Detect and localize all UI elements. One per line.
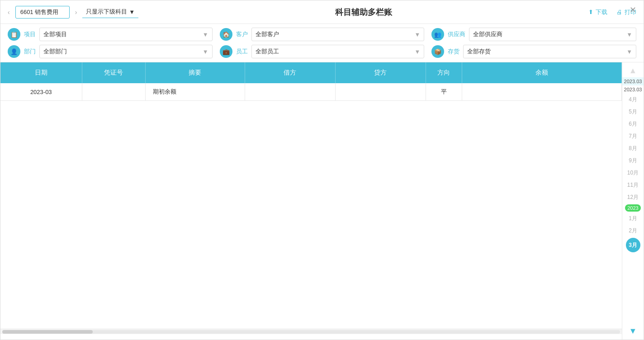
customer-icon: 🏠 (220, 28, 232, 41)
filter-group-project: 📋 项目 全部项目 ▼ (8, 28, 213, 41)
supplier-arrow-icon: ▼ (626, 31, 632, 38)
horizontal-scrollbar[interactable] (0, 329, 622, 334)
col-balance: 余额 (462, 62, 622, 83)
page-title: 科目辅助多栏账 (144, 7, 583, 18)
sidebar-month-9[interactable]: 9月 (622, 155, 644, 167)
col-debit: 借方 (245, 62, 335, 83)
download-label: 下载 (596, 8, 607, 16)
show-sub-arrow-icon: ▼ (129, 9, 135, 15)
sidebar-month-3-active[interactable]: 3月 (626, 238, 640, 252)
col-credit: 贷方 (335, 62, 426, 83)
sidebar-month-10[interactable]: 10月 (622, 167, 644, 179)
table-header-row: 日期 凭证号 摘要 借方 贷方 方向 余额 (0, 62, 622, 83)
main-table-area: 日期 凭证号 摘要 借方 贷方 方向 余额 2023-03 期初余额 (0, 62, 622, 340)
download-button[interactable]: ⬆ 下载 (588, 8, 607, 16)
download-icon: ⬆ (588, 9, 593, 15)
cell-credit (335, 83, 426, 101)
filter-group-customer: 🏠 客户 全部客户 ▼ (220, 28, 425, 41)
project-icon: 📋 (8, 28, 20, 41)
employee-icon: 💼 (220, 45, 232, 58)
dept-select[interactable]: 全部部门 ▼ (39, 45, 213, 58)
table-row: 2023-03 期初余额 平 (0, 83, 622, 101)
dept-arrow-icon: ▼ (203, 48, 208, 55)
employee-value: 全部员工 (256, 47, 279, 56)
show-sub-toggle[interactable]: 只显示下级科目 ▼ (82, 6, 138, 18)
scrollbar-thumb[interactable] (2, 330, 93, 334)
customer-label: 客户 (236, 30, 248, 38)
sidebar-month-12[interactable]: 12月 (622, 191, 644, 203)
dept-value: 全部部门 (43, 47, 67, 56)
employee-arrow-icon: ▼ (414, 48, 420, 55)
account-code-input[interactable]: 6601 销售费用 (15, 6, 70, 19)
col-summary: 摘要 (145, 62, 245, 83)
filter-group-inventory: 📦 存货 全部存货 ▼ (431, 45, 636, 58)
customer-value: 全部客户 (256, 30, 279, 38)
inventory-label: 存货 (448, 47, 459, 56)
sidebar-up-arrow[interactable]: ▲ (627, 64, 639, 77)
sidebar-month-6[interactable]: 6月 (622, 118, 644, 130)
title-bar: ‹ 6601 销售费用 › 只显示下级科目 ▼ 科目辅助多栏账 ⬆ 下载 🖨 打… (0, 0, 644, 24)
cell-date: 2023-03 (0, 83, 82, 101)
sidebar-date-2[interactable]: 2023.03 (622, 85, 644, 94)
sidebar-month-11[interactable]: 11月 (622, 179, 644, 191)
supplier-value: 全部供应商 (473, 30, 502, 38)
sidebar-down-arrow[interactable]: ▼ (627, 325, 639, 338)
sidebar-month-5[interactable]: 5月 (622, 106, 644, 118)
cell-debit (245, 83, 335, 101)
filter-group-employee: 💼 员工 全部员工 ▼ (220, 45, 425, 58)
customer-arrow-icon: ▼ (414, 31, 420, 38)
sidebar-month-7[interactable]: 7月 (622, 130, 644, 142)
supplier-select[interactable]: 全部供应商 ▼ (469, 28, 636, 41)
cell-balance (462, 83, 622, 101)
supplier-label: 供应商 (448, 30, 465, 38)
sidebar-month-4[interactable]: 4月 (622, 94, 644, 106)
inventory-select[interactable]: 全部存货 ▼ (463, 45, 636, 58)
project-value: 全部项目 (43, 30, 67, 38)
prev-account-arrow[interactable]: ‹ (8, 9, 10, 16)
inventory-value: 全部存货 (467, 47, 491, 56)
close-button[interactable]: ✕ (630, 5, 636, 15)
inventory-icon: 📦 (431, 45, 444, 58)
filter-group-supplier: 👥 供应商 全部供应商 ▼ (431, 28, 636, 41)
cell-summary: 期初余额 (145, 83, 245, 101)
inventory-arrow-icon: ▼ (626, 48, 632, 55)
dept-icon: 👤 (8, 45, 20, 58)
sidebar-year-badge[interactable]: 2023 (625, 204, 640, 212)
col-voucher: 凭证号 (82, 62, 145, 83)
right-sidebar: ▲ 2023.03 2023.03 4月 5月 6月 7月 8月 9月 10月 … (622, 62, 644, 340)
show-sub-label: 只显示下级科目 (86, 8, 127, 16)
project-arrow-icon: ▼ (203, 31, 208, 38)
col-date: 日期 (0, 62, 82, 83)
project-label: 项目 (24, 30, 36, 38)
supplier-icon: 👥 (431, 28, 444, 41)
cell-voucher (82, 83, 145, 101)
customer-select[interactable]: 全部客户 ▼ (251, 28, 425, 41)
project-select[interactable]: 全部项目 ▼ (39, 28, 213, 41)
filter-group-dept: 👤 部门 全部部门 ▼ (8, 45, 213, 58)
employee-select[interactable]: 全部员工 ▼ (251, 45, 425, 58)
print-icon: 🖨 (616, 9, 622, 15)
ledger-table: 日期 凭证号 摘要 借方 贷方 方向 余额 2023-03 期初余额 (0, 62, 622, 101)
employee-label: 员工 (236, 47, 248, 56)
sidebar-month-2[interactable]: 2月 (622, 225, 644, 237)
next-account-arrow[interactable]: › (75, 9, 77, 16)
sidebar-month-1[interactable]: 1月 (622, 212, 644, 225)
dept-label: 部门 (24, 47, 36, 56)
sidebar-month-8[interactable]: 8月 (622, 142, 644, 155)
sidebar-date-1[interactable]: 2023.03 (622, 77, 644, 85)
col-direction: 方向 (426, 62, 462, 83)
cell-direction: 平 (426, 83, 462, 101)
